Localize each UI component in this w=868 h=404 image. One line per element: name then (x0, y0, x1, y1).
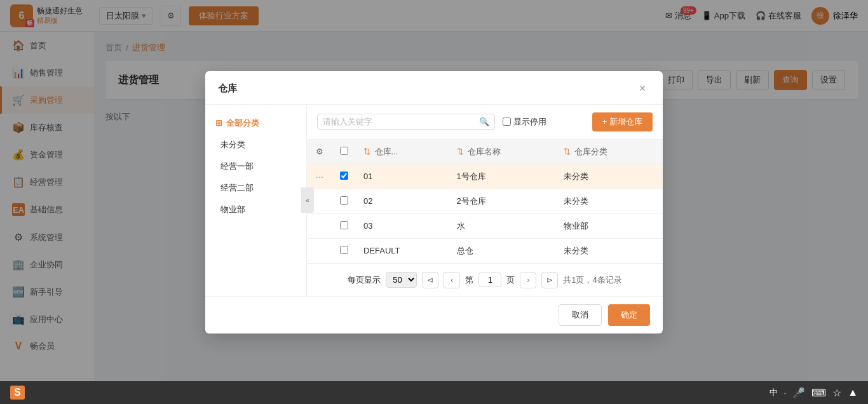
select-all-checkbox[interactable] (340, 147, 348, 155)
row-name: 水 (449, 213, 556, 238)
row-category: 未分类 (556, 189, 663, 213)
search-box: 🔍 (317, 114, 495, 130)
category-item-unclassified[interactable]: 未分类 (205, 134, 306, 156)
next-page-icon: › (527, 276, 529, 285)
last-page-icon: ⊳ (546, 276, 553, 285)
page-suffix: 页 (506, 274, 515, 286)
row-checkbox-cell (332, 238, 356, 263)
first-page-icon: ⊲ (427, 276, 433, 285)
taskbar-icon-s[interactable]: S (10, 386, 25, 400)
prev-page-icon: ‹ (451, 276, 453, 285)
dialog-close-button[interactable]: × (635, 81, 650, 97)
page-label: 第 (465, 274, 473, 286)
row-gear (307, 238, 332, 263)
row-name: 1号仓库 (449, 164, 556, 189)
row-name: 2号仓库 (449, 189, 556, 213)
dialog-header: 仓库 × (205, 71, 663, 105)
all-category-item[interactable]: ⊞ 全部分类 (205, 112, 306, 134)
more-icon[interactable]: ··· (316, 171, 324, 182)
row-category: 未分类 (556, 164, 663, 189)
row-category: 物业部 (556, 213, 663, 238)
prev-page-button[interactable]: ‹ (444, 272, 460, 288)
show-disabled-checkbox-label[interactable]: 显示停用 (503, 116, 546, 128)
row-name: 总仓 (449, 238, 556, 263)
row-checkbox[interactable] (340, 172, 348, 180)
modal-overlay: 仓库 × ⊞ 全部分类 未分类 经营一部 经营二部 物业部 « (0, 0, 868, 404)
warehouse-dialog: 仓库 × ⊞ 全部分类 未分类 经营一部 经营二部 物业部 « (205, 71, 663, 333)
category-item-dept1[interactable]: 经营一部 (205, 156, 306, 177)
dialog-toolbar: 🔍 显示停用 + 新增仓库 (307, 105, 663, 140)
search-icon[interactable]: 🔍 (479, 117, 489, 126)
grid-icon: ⊞ (215, 118, 222, 128)
category-item-dept2[interactable]: 经营二部 (205, 177, 306, 199)
taskbar-lang[interactable]: 中 (770, 387, 778, 398)
row-category: 未分类 (556, 238, 663, 263)
page-number-input[interactable] (478, 273, 501, 287)
row-checkbox[interactable] (340, 196, 348, 205)
col-name-header: ⇅ 仓库名称 (449, 140, 556, 165)
row-num: DEFAULT (356, 238, 449, 263)
taskbar-dot: · (784, 388, 787, 398)
table-header-row: ⚙ ⇅ 仓库... ⇅ (307, 140, 663, 165)
col-gear: ⚙ (307, 140, 332, 165)
taskbar-triangle-icon[interactable]: ▲ (848, 387, 858, 398)
row-gear: ··· (307, 164, 332, 189)
warehouse-table-wrapper: ⚙ ⇅ 仓库... ⇅ (307, 140, 663, 264)
show-disabled-checkbox[interactable] (503, 118, 511, 126)
row-num: 01 (356, 164, 449, 189)
col-category-header: ⇅ 仓库分类 (556, 140, 663, 165)
dialog-main-area: 🔍 显示停用 + 新增仓库 ⚙ (307, 105, 663, 296)
col-code-header: ⇅ 仓库... (356, 140, 449, 165)
row-checkbox-cell (332, 213, 356, 238)
table-row[interactable]: ··· 01 1号仓库 未分类 (307, 164, 663, 189)
row-num: 02 (356, 189, 449, 213)
add-warehouse-button[interactable]: + 新增仓库 (592, 112, 653, 131)
pagination: 每页显示 50 ⊲ ‹ 第 页 › (307, 264, 663, 296)
page-summary: 共1页，4条记录 (563, 274, 621, 286)
last-page-button[interactable]: ⊳ (541, 272, 558, 288)
category-item-property[interactable]: 物业部 (205, 199, 306, 220)
sidebar-collapse-button[interactable]: « (301, 187, 314, 213)
category-sidebar: ⊞ 全部分类 未分类 经营一部 经营二部 物业部 « (205, 105, 307, 296)
dialog-footer: 取消 确定 (205, 296, 663, 333)
taskbar-right: 中 · 🎤 ⌨ ☆ ▲ (770, 387, 858, 399)
confirm-button[interactable]: 确定 (608, 304, 650, 326)
sort-icon3: ⇅ (564, 147, 571, 156)
dialog-body: ⊞ 全部分类 未分类 经营一部 经营二部 物业部 « 🔍 (205, 105, 663, 296)
per-page-select[interactable]: 50 (386, 272, 417, 288)
table-row[interactable]: DEFAULT 总仓 未分类 (307, 238, 663, 263)
row-checkbox-cell (332, 189, 356, 213)
per-page-label: 每页显示 (348, 274, 381, 286)
taskbar: S 中 · 🎤 ⌨ ☆ ▲ (0, 381, 868, 404)
table-row[interactable]: 02 2号仓库 未分类 (307, 189, 663, 213)
table-body: ··· 01 1号仓库 未分类 02 2号仓库 未分类 (307, 164, 663, 263)
search-input[interactable] (323, 117, 479, 126)
first-page-button[interactable]: ⊲ (422, 272, 438, 288)
row-checkbox[interactable] (340, 221, 348, 229)
warehouse-table: ⚙ ⇅ 仓库... ⇅ (307, 140, 663, 264)
taskbar-star-icon[interactable]: ☆ (832, 387, 841, 399)
sort-icon2: ⇅ (457, 147, 464, 156)
row-gear (307, 213, 332, 238)
cancel-button[interactable]: 取消 (559, 304, 602, 326)
sort-icon: ⇅ (363, 147, 370, 156)
row-checkbox-cell (332, 164, 356, 189)
row-num: 03 (356, 213, 449, 238)
table-row[interactable]: 03 水 物业部 (307, 213, 663, 238)
row-checkbox[interactable] (340, 246, 348, 254)
taskbar-keyboard-icon[interactable]: ⌨ (811, 387, 826, 399)
gear-header-icon: ⚙ (316, 147, 323, 156)
taskbar-mic-icon[interactable]: 🎤 (792, 387, 805, 399)
dialog-title: 仓库 (218, 83, 237, 95)
col-checkbox (332, 140, 356, 165)
next-page-button[interactable]: › (520, 272, 536, 288)
